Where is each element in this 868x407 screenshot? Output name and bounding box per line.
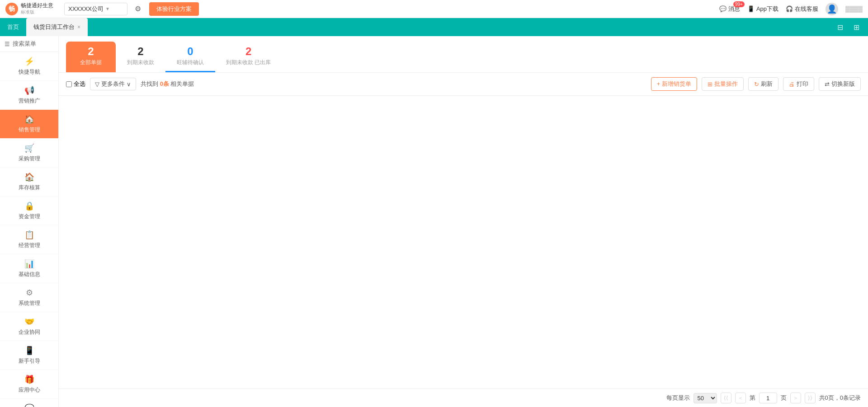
company-name: XXXXXX公司 xyxy=(68,5,104,13)
app-download-item[interactable]: 📱 App下载 xyxy=(747,5,778,13)
switch-version-button[interactable]: ⇄ 切换新版 xyxy=(819,77,861,91)
page-prev-button[interactable]: ＜ xyxy=(735,393,746,403)
sidebar-item-inventory[interactable]: 🏠 库存核算 xyxy=(0,168,58,196)
quick-nav-icon: ⚡ xyxy=(24,56,34,66)
stat-tab-overdue[interactable]: 2 到期未收款 xyxy=(116,42,165,72)
per-page-select[interactable]: 10 20 50 100 xyxy=(693,393,717,403)
refresh-button[interactable]: ↻ 刷新 xyxy=(748,77,778,91)
sidebar-label-inventory: 库存核算 xyxy=(19,184,40,192)
filter-button[interactable]: ▽ 更多条件 ∨ xyxy=(90,78,136,90)
sidebar-label-system: 系统管理 xyxy=(19,299,40,307)
sidebar-item-app-center[interactable]: 🎁 应用中心 xyxy=(0,370,58,399)
sidebar-label-purchase: 采购管理 xyxy=(19,155,40,163)
switch-icon: ⇄ xyxy=(825,81,830,88)
phone-icon: 📱 xyxy=(747,5,755,12)
sidebar-item-sales[interactable]: 🏠 销售管理 xyxy=(0,110,58,139)
print-button[interactable]: 🖨 打印 xyxy=(783,77,814,91)
page-first-button[interactable]: ⟨⟨ xyxy=(721,393,731,403)
sidebar-label-finance: 资金管理 xyxy=(19,213,40,220)
tab-workbench-label: 钱货日清工作台 xyxy=(33,23,75,31)
user-avatar[interactable]: 👤 xyxy=(826,3,838,15)
sidebar-item-finance[interactable]: 🔒 资金管理 xyxy=(0,196,58,225)
print-icon: 🖨 xyxy=(789,81,795,88)
select-all-label[interactable]: 全选 xyxy=(66,80,85,88)
settings-icon[interactable]: ⚙ xyxy=(131,2,145,16)
sidebar-item-marketing[interactable]: 📢 营销推广 xyxy=(0,81,58,110)
operations-icon: 📋 xyxy=(24,230,34,240)
sidebar-label-basic: 基础信息 xyxy=(19,271,40,278)
sidebar-label-quick-nav: 快捷导航 xyxy=(19,68,40,76)
stat-label-shipped: 到期未收款 已出库 xyxy=(226,59,271,66)
page-next-button[interactable]: ＞ xyxy=(790,393,801,403)
app-center-icon: 🎁 xyxy=(24,374,34,384)
headset-icon: 🎧 xyxy=(786,5,793,12)
stat-num-overdue: 2 xyxy=(137,45,143,58)
tab-work-bench[interactable]: 钱货日清工作台 × xyxy=(26,18,88,36)
stat-num-all: 2 xyxy=(88,45,94,58)
top-bar-right: 💬 消息 99+ 📱 App下载 🎧 在线客服 👤 ▓▓▓▓ xyxy=(719,3,863,15)
sidebar-search-label: 搜索菜单 xyxy=(13,40,36,48)
switch-label: 切换新版 xyxy=(831,80,855,88)
sidebar-label-cooperation: 企业协同 xyxy=(19,328,40,336)
purchase-icon: 🛒 xyxy=(24,143,34,153)
experience-button[interactable]: 体验行业方案 xyxy=(149,2,199,16)
sidebar-item-quick-nav[interactable]: ⚡ 快捷导航 xyxy=(0,52,58,81)
system-icon: ⚙ xyxy=(26,288,33,298)
finance-icon: 🔒 xyxy=(24,201,34,211)
stat-num-shipped: 2 xyxy=(245,45,251,58)
app-download-label: App下载 xyxy=(756,5,778,13)
sidebar-item-operations[interactable]: 📋 经营管理 xyxy=(0,225,58,254)
tab-minimize-icon[interactable]: ⊟ xyxy=(834,21,846,33)
sidebar-item-newbie[interactable]: 📱 新手引导 xyxy=(0,341,58,370)
sidebar-label-sales: 销售管理 xyxy=(19,126,40,134)
refresh-icon: ↻ xyxy=(754,81,759,88)
logo-badge: 标准版 xyxy=(21,9,53,15)
filter-icon: ▽ xyxy=(95,81,99,88)
per-page-label: 每页显示 xyxy=(666,394,690,402)
add-sale-label: + 新增销货单 xyxy=(657,80,691,88)
refresh-label: 刷新 xyxy=(761,80,773,88)
stat-label-overdue: 到期未收款 xyxy=(127,59,154,66)
sidebar-item-purchase[interactable]: 🛒 采购管理 xyxy=(0,139,58,168)
sidebar-item-basic[interactable]: 📊 基础信息 xyxy=(0,254,58,283)
sidebar-item-cooperation[interactable]: 🤝 企业协同 xyxy=(0,312,58,341)
toolbar-right: + 新增销货单 ⊞ 批量操作 ↻ 刷新 🖨 打印 ⇄ 切换新版 xyxy=(651,77,861,91)
grid-icon: ⊞ xyxy=(708,81,712,88)
message-icon: 💬 xyxy=(719,5,726,12)
marketing-icon: 📢 xyxy=(24,85,34,95)
cooperation-icon: 🤝 xyxy=(24,317,34,327)
sidebar-item-system[interactable]: ⚙ 系统管理 xyxy=(0,283,58,312)
search-icon: ☰ xyxy=(5,41,10,47)
add-sale-button[interactable]: + 新增销货单 xyxy=(651,77,697,91)
stat-tab-pending[interactable]: 0 旺辅待确认 xyxy=(165,42,215,72)
stat-tab-shipped[interactable]: 2 到期未收款 已出库 xyxy=(215,42,282,72)
wechat-icon: 💬 xyxy=(24,403,34,407)
stat-tab-all[interactable]: 2 全部单据 xyxy=(66,42,116,72)
newbie-icon: 📱 xyxy=(24,346,34,356)
online-service-item[interactable]: 🎧 在线客服 xyxy=(786,5,818,13)
sidebar-label-operations: 经营管理 xyxy=(19,242,40,249)
tab-bar: 首页 钱货日清工作台 × ⊟ ⊞ xyxy=(0,18,868,36)
page-label: 第 xyxy=(750,394,755,402)
page-input[interactable] xyxy=(759,393,777,403)
sidebar-label-newbie: 新手引导 xyxy=(19,357,40,365)
toolbar-left: 全选 ▽ 更多条件 ∨ 共找到 0条 相关单据 xyxy=(66,78,646,90)
message-item[interactable]: 💬 消息 99+ xyxy=(719,5,740,13)
batch-button[interactable]: ⊞ 批量操作 xyxy=(702,77,744,91)
select-all-checkbox[interactable] xyxy=(66,81,72,87)
batch-label: 批量操作 xyxy=(714,80,738,88)
page-suffix: 页 xyxy=(781,394,787,402)
username-item[interactable]: ▓▓▓▓ xyxy=(845,5,863,12)
page-last-button[interactable]: ⟩⟩ xyxy=(805,393,816,403)
company-selector[interactable]: XXXXXX公司 ▼ xyxy=(64,3,127,15)
sidebar: ☰ 搜索菜单 ⚡ 快捷导航 📢 营销推广 🏠 销售管理 🛒 采购管理 🏠 库存核… xyxy=(0,36,59,407)
tab-maximize-icon[interactable]: ⊞ xyxy=(850,21,863,33)
main-layout: ☰ 搜索菜单 ⚡ 快捷导航 📢 营销推广 🏠 销售管理 🛒 采购管理 🏠 库存核… xyxy=(0,36,868,407)
stats-tabs: 2 全部单据 2 到期未收款 0 旺辅待确认 2 到期未收款 已出库 xyxy=(59,36,868,73)
online-service-label: 在线客服 xyxy=(795,5,818,13)
sidebar-search[interactable]: ☰ 搜索菜单 xyxy=(0,36,58,52)
tab-close-icon[interactable]: × xyxy=(77,24,80,30)
tab-home[interactable]: 首页 xyxy=(0,18,26,36)
top-bar: 畅 畅捷通好生意 标准版 XXXXXX公司 ▼ ⚙ 体验行业方案 💬 消息 99… xyxy=(0,0,868,18)
sidebar-item-enterprise-wechat[interactable]: 💬 企业微信 xyxy=(0,399,58,407)
